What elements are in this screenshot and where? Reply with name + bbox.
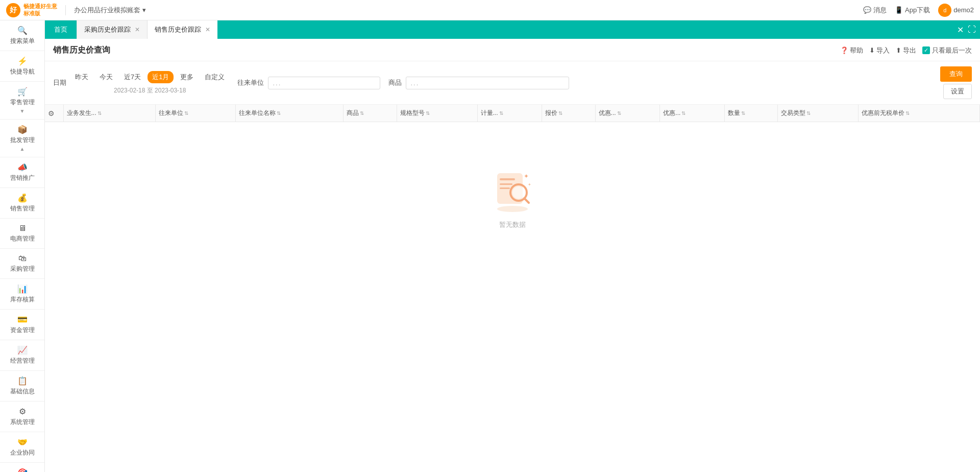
shortcut-7days[interactable]: 近7天 <box>119 71 145 83</box>
newbie-icon: 🎯 <box>17 468 28 472</box>
th-price[interactable]: 报价 ⇅ <box>542 105 595 122</box>
sort-icon: ⇅ <box>360 110 364 116</box>
tab-home[interactable]: 首页 <box>45 20 77 39</box>
sidebar-item-search[interactable]: 🔍 搜索菜单 <box>0 20 44 51</box>
export-icon: ⬆ <box>896 46 901 54</box>
chevron-down-icon: ▼ <box>20 108 25 114</box>
th-partner-name[interactable]: 往来单位名称 ⇅ <box>236 105 344 122</box>
th-discount1[interactable]: 优惠... ⇅ <box>595 105 660 122</box>
sidebar-item-marketing[interactable]: 📣 营销推广 <box>0 157 44 188</box>
sort-icon: ⇅ <box>741 110 745 116</box>
search-icon: 🔍 <box>17 26 28 35</box>
logo-icon: 好 <box>6 3 20 17</box>
svg-text:✦: ✦ <box>524 173 529 180</box>
th-qty[interactable]: 数量 ⇅ <box>724 105 777 122</box>
svg-rect-2 <box>500 178 515 180</box>
sort-icon: ⇅ <box>558 110 562 116</box>
sidebar-item-finance[interactable]: 💳 资金管理 <box>0 310 44 340</box>
logo-area: 好 畅捷通好生意 标准版 <box>6 3 57 17</box>
sidebar-item-basic[interactable]: 📋 基础信息 <box>0 371 44 402</box>
export-button[interactable]: ⬆ 导出 <box>896 46 916 55</box>
partner-input-placeholder: ... <box>273 79 281 87</box>
partner-input[interactable]: ... <box>268 77 380 89</box>
main-layout: 🔍 搜索菜单 ⚡ 快捷导航 🛒 零售管理 ▼ 📦 批发管理 ▲ 📣 营销推广 💰… <box>0 20 980 472</box>
tab-bar: 首页 采购历史价跟踪 ✕ 销售历史价跟踪 ✕ ✕ ⛶ <box>45 20 980 39</box>
tab-sales-price[interactable]: 销售历史价跟踪 ✕ <box>147 20 217 39</box>
sidebar-item-newbie[interactable]: 🎯 新手引导 <box>0 463 44 472</box>
enterprise-icon: 🤝 <box>17 437 28 447</box>
app-download-button[interactable]: 📱 App下载 <box>895 6 930 15</box>
quick-icon: ⚡ <box>17 56 28 66</box>
close-icon[interactable]: ✕ <box>135 26 140 33</box>
page-title: 销售历史价查询 <box>53 45 110 56</box>
shortcut-1month[interactable]: 近1月 <box>148 71 174 83</box>
marketing-icon: 📣 <box>17 162 28 172</box>
inventory-icon: 📊 <box>17 284 28 294</box>
user-avatar-area[interactable]: d demo2 <box>938 4 974 17</box>
sidebar-item-purchase[interactable]: 🛍 采购管理 <box>0 249 44 279</box>
sidebar-item-retail[interactable]: 🛒 零售管理 ▼ <box>0 82 44 120</box>
maximize-icon[interactable]: ⛶ <box>968 25 976 34</box>
table-header-row: ⚙ 业务发生... ⇅ 往来单位 <box>45 105 980 122</box>
th-unit[interactable]: 计量... ⇅ <box>477 105 542 122</box>
workspace-selector[interactable]: 办公用品行业模拟账套 ▾ <box>74 6 146 15</box>
sort-icon: ⇅ <box>681 110 685 116</box>
sidebar-item-inventory[interactable]: 📊 库存核算 <box>0 279 44 310</box>
empty-illustration: ✦ ✦ <box>487 163 538 214</box>
gear-icon[interactable]: ⚙ <box>48 109 55 117</box>
th-pretax-price[interactable]: 优惠前无税单价 ⇅ <box>859 105 980 122</box>
sort-icon: ⇅ <box>905 110 910 116</box>
sort-icon: ⇅ <box>806 110 811 116</box>
import-button[interactable]: ⬇ 导入 <box>869 46 890 55</box>
page-content: 销售历史价查询 ❓ 帮助 ⬇ 导入 ⬆ 导出 ✓ <box>45 39 980 472</box>
th-spec[interactable]: 规格型号 ⇅ <box>397 105 477 122</box>
sidebar-item-wholesale[interactable]: 📦 批发管理 ▲ <box>0 120 44 157</box>
message-button[interactable]: 💬 消息 <box>863 6 887 15</box>
date-shortcuts: 昨天 今天 近7天 近1月 更多 自定义 2023-02-18 至 2023-0… <box>70 71 229 95</box>
help-icon: ❓ <box>840 46 848 54</box>
operations-icon: 📈 <box>17 345 28 355</box>
shortcut-custom[interactable]: 自定义 <box>200 71 229 83</box>
shortcut-yesterday[interactable]: 昨天 <box>70 71 93 83</box>
help-button[interactable]: ❓ 帮助 <box>840 46 863 55</box>
sort-icon: ⇅ <box>97 110 102 116</box>
th-product[interactable]: 商品 ⇅ <box>344 105 397 122</box>
th-trade-type[interactable]: 交易类型 ⇅ <box>778 105 859 122</box>
top-bar: 好 畅捷通好生意 标准版 办公用品行业模拟账套 ▾ 💬 消息 📱 App下载 d… <box>0 0 980 20</box>
close-icon[interactable]: ✕ <box>205 26 210 33</box>
only-last-checkbox[interactable]: ✓ 只看最后一次 <box>922 46 972 55</box>
settings-button[interactable]: 设置 <box>943 84 972 99</box>
purchase-icon: 🛍 <box>18 254 27 263</box>
query-button[interactable]: 查询 <box>940 66 972 82</box>
svg-point-0 <box>497 206 528 212</box>
content-area: 首页 采购历史价跟踪 ✕ 销售历史价跟踪 ✕ ✕ ⛶ 销售历史价查询 <box>45 20 980 472</box>
th-discount2[interactable]: 优惠... ⇅ <box>660 105 725 122</box>
sidebar-item-ecommerce[interactable]: 🖥 电商管理 <box>0 219 44 249</box>
th-partner[interactable]: 往来单位 ⇅ <box>155 105 236 122</box>
avatar: d <box>938 4 951 17</box>
table-container: ⚙ 业务发生... ⇅ 往来单位 <box>45 105 980 270</box>
tab-purchase-price[interactable]: 采购历史价跟踪 ✕ <box>77 20 147 39</box>
sort-icon: ⇅ <box>277 110 281 116</box>
retail-icon: 🛒 <box>17 87 28 97</box>
page-actions: ❓ 帮助 ⬇ 导入 ⬆ 导出 ✓ 只看最后一次 <box>840 46 972 55</box>
shortcut-today[interactable]: 今天 <box>95 71 117 83</box>
close-tab-icon[interactable]: ✕ <box>957 25 964 35</box>
sidebar-item-sales[interactable]: 💰 销售管理 <box>0 188 44 219</box>
checkbox-icon: ✓ <box>922 46 930 54</box>
sidebar-item-system[interactable]: ⚙ 系统管理 <box>0 402 44 432</box>
sort-icon: ⇅ <box>426 110 430 116</box>
filter-right-buttons: 查询 设置 <box>940 66 972 99</box>
sidebar-item-quick[interactable]: ⚡ 快捷导航 <box>0 51 44 82</box>
filter-bar: 日期 昨天 今天 近7天 近1月 更多 自定义 2023-02-18 至 202… <box>45 61 980 105</box>
th-biz-date[interactable]: 业务发生... ⇅ <box>63 105 155 122</box>
shortcut-more[interactable]: 更多 <box>176 71 198 83</box>
sidebar-item-operations[interactable]: 📈 经营管理 <box>0 340 44 371</box>
sidebar-item-enterprise[interactable]: 🤝 企业协同 <box>0 432 44 463</box>
sales-icon: 💰 <box>17 193 28 203</box>
svg-rect-3 <box>500 183 512 185</box>
chevron-up-icon: ▲ <box>20 146 25 152</box>
product-input[interactable]: ... <box>406 77 569 89</box>
date-label: 日期 <box>53 78 66 87</box>
ecommerce-icon: 🖥 <box>18 224 27 233</box>
